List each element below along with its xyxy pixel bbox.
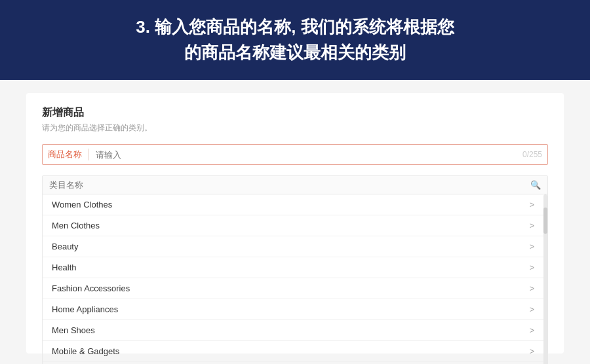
chevron-right-icon: >: [530, 326, 534, 335]
list-item[interactable]: Mobile & Gadgets>: [43, 341, 543, 362]
list-container: Women Clothes>Men Clothes>Beauty>Health>…: [43, 194, 543, 364]
list-item[interactable]: Health>: [43, 257, 543, 278]
product-name-row: 商品名称 0/255: [42, 144, 548, 165]
product-name-label: 商品名称: [48, 149, 89, 160]
category-label: Women Clothes: [52, 200, 112, 209]
list-item[interactable]: Home Appliances>: [43, 299, 543, 320]
category-list: Women Clothes>Men Clothes>Beauty>Health>…: [43, 194, 543, 364]
list-item[interactable]: Men Clothes>: [43, 215, 543, 236]
chevron-right-icon: >: [530, 284, 534, 293]
scrollbar-thumb[interactable]: [543, 208, 547, 234]
list-item[interactable]: Beauty>: [43, 236, 543, 257]
header-title: 3. 输入您商品的名称, 我们的系统将根据您 的商品名称建议最相关的类别: [39, 14, 551, 65]
card-subtitle: 请为您的商品选择正确的类别。: [42, 122, 548, 134]
product-name-input[interactable]: [96, 150, 522, 160]
search-icon: 🔍: [530, 180, 541, 190]
list-item[interactable]: Fashion Accessories>: [43, 278, 543, 299]
chevron-right-icon: >: [530, 347, 534, 356]
page-content: 新增商品 请为您的商品选择正确的类别。 商品名称 0/255 🔍 Women C…: [0, 80, 590, 364]
card-title: 新增商品: [42, 106, 548, 120]
header-banner: 3. 输入您商品的名称, 我们的系统将根据您 的商品名称建议最相关的类别: [0, 0, 590, 80]
chevron-right-icon: >: [530, 263, 534, 272]
scrollbar-area: Women Clothes>Men Clothes>Beauty>Health>…: [43, 194, 547, 364]
category-label: Beauty: [52, 242, 78, 251]
category-label: Men Clothes: [52, 221, 100, 230]
scrollbar[interactable]: [543, 194, 547, 364]
category-section: 🔍 Women Clothes>Men Clothes>Beauty>Healt…: [42, 175, 548, 364]
category-label: Mobile & Gadgets: [52, 346, 119, 356]
category-label: Health: [52, 263, 77, 272]
category-label: Men Shoes: [52, 325, 95, 335]
category-search-bar: 🔍: [43, 176, 547, 194]
list-item[interactable]: Women Clothes>: [43, 194, 543, 215]
card: 新增商品 请为您的商品选择正确的类别。 商品名称 0/255 🔍 Women C…: [26, 93, 564, 354]
product-name-count: 0/255: [522, 150, 542, 159]
category-label: Home Appliances: [52, 304, 118, 314]
category-search-input[interactable]: [49, 180, 530, 190]
chevron-right-icon: >: [530, 305, 534, 314]
list-item[interactable]: Men Shoes>: [43, 320, 543, 341]
category-label: Fashion Accessories: [52, 283, 130, 293]
chevron-right-icon: >: [530, 221, 534, 230]
chevron-right-icon: >: [530, 200, 534, 209]
chevron-right-icon: >: [530, 242, 534, 251]
